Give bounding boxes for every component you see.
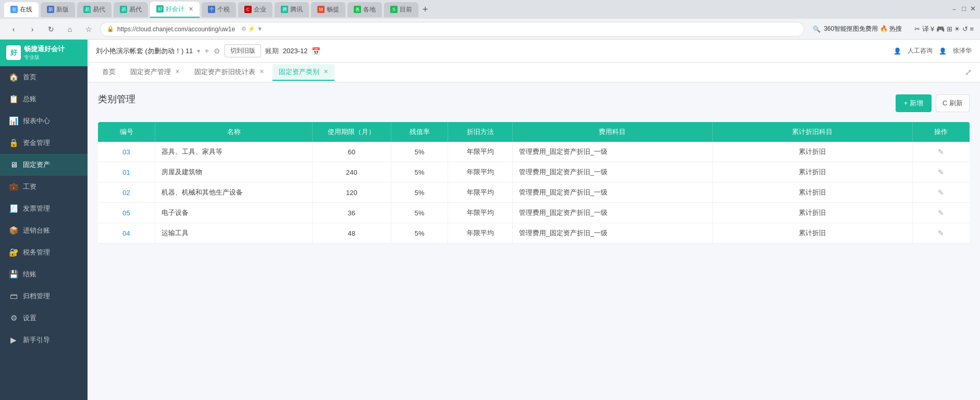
edit-icon-2[interactable]: ✎ xyxy=(938,188,944,197)
col-header-action: 操作 xyxy=(912,122,970,142)
close-window-button[interactable]: ✕ xyxy=(970,5,976,14)
home-button[interactable]: ⌂ xyxy=(63,22,77,37)
tab-haohuiji[interactable]: 好 好会计 ✕ xyxy=(150,2,200,18)
top-bar: 刘小艳演示帐套 (勿删勿动！) 11 ▾ + ⚙ 切到旧版 账期 2023-12… xyxy=(88,40,980,63)
cell-method-4: 年限平均 xyxy=(448,223,512,244)
tab-zaixian[interactable]: 在 在线 xyxy=(4,2,39,17)
cell-name-1: 房屋及建筑物 xyxy=(155,162,313,183)
extensions-bar: ✂ 译 ¥ 🎮 ⊞ ☀ ↺ ≡ xyxy=(914,25,974,34)
cell-action-3[interactable]: ✎ xyxy=(912,203,970,223)
tab-fixed-assets-mgmt[interactable]: 固定资产管理 ✕ xyxy=(124,64,186,81)
sidebar-item-invoices[interactable]: 🧾 发票管理 xyxy=(0,198,88,220)
edit-icon-1[interactable]: ✎ xyxy=(938,168,944,176)
cell-expense-0: 管理费用_固定资产折旧_一级 xyxy=(512,142,712,162)
sidebar-item-close-period[interactable]: 💾 结账 xyxy=(0,263,88,285)
tab-muqian[interactable]: S 目前 xyxy=(384,2,418,17)
new-tab-button[interactable]: + xyxy=(423,4,428,15)
cell-action-1[interactable]: ✎ xyxy=(912,162,970,183)
tab-geshui[interactable]: 个 个税 xyxy=(202,2,236,17)
cell-code-4: 04 xyxy=(98,223,155,244)
tab-home[interactable]: 首页 xyxy=(96,64,122,81)
cell-action-4[interactable]: ✎ xyxy=(912,223,970,244)
close-period-icon: 💾 xyxy=(8,270,19,279)
edit-icon-4[interactable]: ✎ xyxy=(938,229,944,237)
tab-qiye[interactable]: C 企业 xyxy=(238,2,272,17)
sidebar-item-reports[interactable]: 📊 报表中心 xyxy=(0,110,88,132)
refresh-button[interactable]: C 刷新 xyxy=(936,94,970,112)
edit-icon-0[interactable]: ✎ xyxy=(938,148,944,156)
sidebar-item-settings[interactable]: ⚙ 设置 xyxy=(0,307,88,329)
service-label[interactable]: 人工咨询 xyxy=(908,46,933,55)
cell-method-1: 年限平均 xyxy=(448,162,512,183)
period-value: 2023-12 xyxy=(283,47,308,55)
cell-expense-1: 管理费用_固定资产折旧_一级 xyxy=(512,162,712,183)
sidebar-label-funds: 资金管理 xyxy=(23,138,50,148)
user-avatar-icon: 👤 xyxy=(939,47,947,55)
cell-name-0: 器具、工具、家具等 xyxy=(155,142,313,162)
tab-xinban[interactable]: 新 新版 xyxy=(41,2,75,17)
col-header-residual: 残值率 xyxy=(391,122,448,142)
tab-asset-category[interactable]: 固定资产类别 ✕ xyxy=(272,64,334,81)
back-button[interactable]: ‹ xyxy=(6,22,21,37)
browser-nav: ‹ › ↻ ⌂ ☆ 🔒 https://cloud.chanjet.com/ac… xyxy=(0,19,980,40)
add-account-button[interactable]: + xyxy=(204,46,209,56)
col-header-period: 使用期限（月） xyxy=(312,122,391,142)
forward-button[interactable]: › xyxy=(25,22,40,37)
minimize-button[interactable]: － xyxy=(951,5,958,14)
tab-tengxun[interactable]: 腾 腾讯 xyxy=(275,2,309,17)
add-button[interactable]: + 新增 xyxy=(896,94,932,112)
tab-depreciation-table-close[interactable]: ✕ xyxy=(259,68,264,75)
table-row: 02 机器、机械和其他生产设备 120 5% 年限平均 管理费用_固定资产折旧_… xyxy=(98,183,970,203)
tab-yidai2[interactable]: 易 易代 xyxy=(114,2,148,17)
sidebar-item-home[interactable]: 🏠 首页 xyxy=(0,66,88,88)
tab-changti[interactable]: M 畅提 xyxy=(311,2,345,17)
sidebar-item-archive[interactable]: 🗃 归档管理 xyxy=(0,285,88,307)
tab-asset-category-label: 固定资产类别 xyxy=(279,67,319,77)
reload-button[interactable]: ↻ xyxy=(44,22,58,37)
tab-yidai1[interactable]: 易 易代 xyxy=(77,2,111,17)
cell-action-0[interactable]: ✎ xyxy=(912,142,970,162)
purchase-sales-icon: 📦 xyxy=(8,226,19,235)
table-header-row: 编号 名称 使用期限（月） 残值率 折旧方法 费用科目 累计折旧科目 操作 xyxy=(98,122,970,142)
bookmark-button[interactable]: ☆ xyxy=(81,22,96,37)
sidebar-label-home: 首页 xyxy=(23,72,36,82)
dropdown-arrow[interactable]: ▾ xyxy=(197,47,200,55)
tab-asset-category-close[interactable]: ✕ xyxy=(324,68,328,75)
page-content: 类别管理 + 新增 C 刷新 编号 名称 使用期限（月） 残值率 折旧方法 费用… xyxy=(88,82,980,400)
address-bar[interactable]: 🔒 https://cloud.chanjet.com/accounting/u… xyxy=(100,22,804,37)
tab-depreciation-table-label: 固定资产折旧统计表 xyxy=(194,67,255,77)
switch-version-button[interactable]: 切到旧版 xyxy=(225,44,261,57)
tab-fixed-assets-mgmt-close[interactable]: ✕ xyxy=(175,68,180,75)
cell-expense-3: 管理费用_固定资产折旧_一级 xyxy=(512,203,712,223)
toolbar: + 新增 C 刷新 xyxy=(896,94,970,112)
period-label: 账期 xyxy=(265,46,279,56)
cell-code-2: 02 xyxy=(98,183,155,203)
edit-icon-3[interactable]: ✎ xyxy=(938,209,944,217)
main-content: 刘小艳演示帐套 (勿删勿动！) 11 ▾ + ⚙ 切到旧版 账期 2023-12… xyxy=(88,40,980,400)
cell-period-1: 240 xyxy=(312,162,391,183)
sidebar-item-payroll[interactable]: 💼 工资 xyxy=(0,176,88,198)
search-bar[interactable]: 🔍 360智能抠图免费用 🔥 热搜 xyxy=(809,25,906,33)
calendar-icon[interactable]: 📅 xyxy=(312,47,320,55)
sidebar-item-fixed-assets[interactable]: 🖥 固定资产 xyxy=(0,154,88,176)
cell-period-4: 48 xyxy=(312,223,391,244)
tab-gedi[interactable]: 各 各地 xyxy=(348,2,382,17)
cell-code-3: 05 xyxy=(98,203,155,223)
maximize-button[interactable]: □ xyxy=(962,5,966,14)
tab-expand-icon[interactable]: ⤢ xyxy=(965,67,972,77)
sidebar-item-guide[interactable]: ▶ 新手引导 xyxy=(0,329,88,351)
cell-name-2: 机器、机械和其他生产设备 xyxy=(155,183,313,203)
sidebar-item-funds[interactable]: 🔒 资金管理 xyxy=(0,132,88,154)
lock-icon: 🔒 xyxy=(107,26,114,32)
settings-gear-icon[interactable]: ⚙ xyxy=(214,47,220,55)
cell-method-0: 年限平均 xyxy=(448,142,512,162)
sidebar-item-tax[interactable]: 🔐 税务管理 xyxy=(0,241,88,263)
sidebar-item-purchase-sales[interactable]: 📦 进销台账 xyxy=(0,220,88,241)
cell-action-2[interactable]: ✎ xyxy=(912,183,970,203)
tab-home-label: 首页 xyxy=(102,67,116,77)
sidebar-item-ledger[interactable]: 📋 总账 xyxy=(0,88,88,110)
tab-depreciation-table[interactable]: 固定资产折旧统计表 ✕ xyxy=(188,64,270,81)
tab-close-icon[interactable]: ✕ xyxy=(189,6,193,13)
sidebar-label-archive: 归档管理 xyxy=(23,292,50,301)
address-tools: ⚙ ⚡ ▼ xyxy=(241,26,263,32)
